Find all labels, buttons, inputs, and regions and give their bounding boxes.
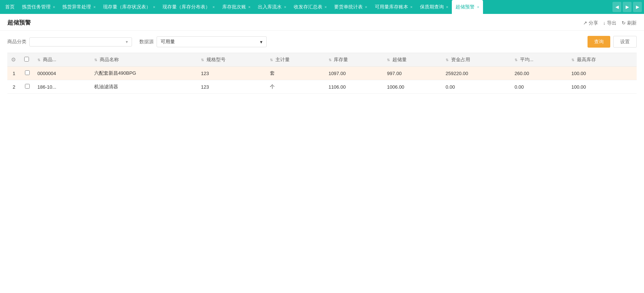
header-overflow[interactable]: ⇅ 超储量 bbox=[383, 53, 442, 67]
close-icon[interactable]: × bbox=[248, 5, 250, 9]
query-button[interactable]: 查询 bbox=[588, 36, 610, 48]
close-icon[interactable]: × bbox=[477, 5, 479, 9]
nav-stock-dist[interactable]: 现存量（库存分布表） × bbox=[159, 0, 218, 14]
header-product-code[interactable]: ⇅ 商品... bbox=[34, 53, 91, 67]
close-icon[interactable]: × bbox=[212, 5, 215, 9]
select-all-checkbox[interactable] bbox=[24, 57, 29, 62]
category-label: 商品分类 bbox=[7, 38, 26, 45]
nav-task-mgmt[interactable]: 拣货任务管理 × bbox=[18, 0, 59, 14]
header-max-stock[interactable]: ⇅ 最高库存 bbox=[568, 53, 637, 67]
cell-unit: 个 bbox=[266, 80, 325, 94]
cell-spec: 123 bbox=[197, 80, 266, 94]
cell-avg: 0.00 bbox=[511, 80, 568, 94]
cell-stock: 1097.00 bbox=[325, 67, 384, 80]
chevron-down-icon: ▾ bbox=[126, 40, 128, 44]
category-filter: 商品分类 ▾ bbox=[7, 37, 132, 47]
export-button[interactable]: ↓ 导出 bbox=[603, 20, 617, 26]
sort-icon: ⇅ bbox=[37, 58, 40, 62]
close-icon[interactable]: × bbox=[153, 5, 155, 9]
table-row: 1 0000004 六配套新昌490BPG 123 套 1097.00 997.… bbox=[7, 67, 637, 80]
nav-demand-stats[interactable]: 要货单统计表 × bbox=[330, 0, 371, 14]
table-header-row: ⚙ ⇅ 商品... ⇅ 商品名称 ⇅ 规格型号 bbox=[7, 53, 637, 67]
datasource-select-value: 可用量 bbox=[161, 38, 260, 45]
refresh-button[interactable]: ↻ 刷新 bbox=[622, 20, 637, 26]
row-num: 1 bbox=[7, 67, 21, 80]
nav-stock-status[interactable]: 现存量（库存状况表） × bbox=[99, 0, 159, 14]
nav-abnormal[interactable]: 拣货异常处理 × bbox=[59, 0, 99, 14]
close-icon[interactable]: × bbox=[93, 5, 95, 9]
cell-avg: 260.00 bbox=[511, 67, 568, 80]
nav-expand-arrow[interactable]: ▶ bbox=[633, 2, 642, 12]
close-icon[interactable]: × bbox=[53, 5, 55, 9]
category-select[interactable]: ▾ bbox=[29, 37, 132, 47]
header-spec[interactable]: ⇅ 规格型号 bbox=[197, 53, 266, 67]
page-header: 超储预警 ↗ 分享 ↓ 导出 ↻ 刷新 bbox=[0, 14, 644, 31]
cell-unit: 套 bbox=[266, 67, 325, 80]
nav-available-stock[interactable]: 可用量库存账本 × bbox=[371, 0, 416, 14]
cell-overflow: 1006.00 bbox=[383, 80, 442, 94]
datasource-select[interactable]: 可用量 ▾ bbox=[157, 36, 267, 47]
close-icon[interactable]: × bbox=[325, 5, 327, 9]
refresh-icon: ↻ bbox=[622, 20, 626, 26]
row-num: 2 bbox=[7, 80, 21, 94]
page-content: 超储预警 ↗ 分享 ↓ 导出 ↻ 刷新 商品分类 ▾ 数据源 bbox=[0, 14, 644, 293]
export-icon: ↓ bbox=[603, 20, 606, 26]
close-icon[interactable]: × bbox=[284, 5, 286, 9]
gear-icon[interactable]: ⚙ bbox=[11, 56, 16, 63]
cell-product-name: 六配套新昌490BPG bbox=[91, 67, 197, 80]
close-icon[interactable]: × bbox=[410, 5, 413, 9]
sort-icon: ⇅ bbox=[387, 58, 390, 62]
nav-batch[interactable]: 库存批次账 × bbox=[219, 0, 254, 14]
cell-overflow: 997.00 bbox=[383, 67, 442, 80]
share-icon: ↗ bbox=[583, 20, 587, 26]
cell-capital: 0.00 bbox=[442, 80, 511, 94]
cell-product-code: 0000004 bbox=[34, 67, 91, 80]
sort-icon: ⇅ bbox=[515, 58, 517, 62]
table-container: ⚙ ⇅ 商品... ⇅ 商品名称 ⇅ 规格型号 bbox=[0, 53, 644, 94]
cell-max-stock: 100.00 bbox=[568, 67, 637, 80]
datasource-label: 数据源 bbox=[139, 38, 154, 45]
close-icon[interactable]: × bbox=[446, 5, 448, 9]
sort-icon: ⇅ bbox=[201, 58, 204, 62]
cell-product-name: 机油滤清器 bbox=[91, 80, 197, 94]
settings-button[interactable]: 设置 bbox=[613, 36, 637, 48]
table-body: 1 0000004 六配套新昌490BPG 123 套 1097.00 997.… bbox=[7, 67, 637, 94]
header-checkbox[interactable] bbox=[21, 53, 34, 67]
header-avg[interactable]: ⇅ 平均... bbox=[511, 53, 568, 67]
row-checkbox[interactable] bbox=[25, 70, 30, 75]
sort-icon: ⇅ bbox=[446, 58, 449, 62]
share-button[interactable]: ↗ 分享 bbox=[583, 20, 598, 26]
datasource-filter: 数据源 可用量 ▾ bbox=[139, 36, 267, 47]
sort-icon: ⇅ bbox=[329, 58, 332, 62]
nav-inout-flow[interactable]: 出入库流水 × bbox=[254, 0, 290, 14]
nav-home[interactable]: 首页 bbox=[1, 0, 18, 14]
top-navigation: 首页 拣货任务管理 × 拣货异常处理 × 现存量（库存状况表） × 现存量（库存… bbox=[0, 0, 644, 14]
cell-spec: 123 bbox=[197, 67, 266, 80]
cell-stock: 1106.00 bbox=[325, 80, 384, 94]
header-product-name[interactable]: ⇅ 商品名称 bbox=[91, 53, 197, 67]
nav-summary[interactable]: 收发存汇总表 × bbox=[290, 0, 330, 14]
chevron-down-icon: ▾ bbox=[260, 39, 263, 45]
nav-expiry[interactable]: 保质期查询 × bbox=[416, 0, 452, 14]
row-checkbox-cell[interactable] bbox=[21, 67, 34, 80]
nav-prev-arrow[interactable]: ◀ bbox=[612, 2, 621, 12]
nav-next-arrow[interactable]: ▶ bbox=[623, 2, 632, 12]
sort-icon: ⇅ bbox=[270, 58, 273, 62]
close-icon[interactable]: × bbox=[365, 5, 367, 9]
filter-actions: 查询 设置 bbox=[588, 36, 637, 48]
sort-icon: ⇅ bbox=[571, 58, 574, 62]
cell-product-code: 186-10... bbox=[34, 80, 91, 94]
sort-icon: ⇅ bbox=[94, 58, 97, 62]
row-checkbox-cell[interactable] bbox=[21, 80, 34, 94]
header-capital[interactable]: ⇅ 资金占用 bbox=[442, 53, 511, 67]
nav-arrows: ◀ ▶ ▶ bbox=[612, 2, 643, 12]
data-table: ⚙ ⇅ 商品... ⇅ 商品名称 ⇅ 规格型号 bbox=[7, 53, 637, 94]
row-checkbox[interactable] bbox=[25, 84, 30, 89]
nav-overstock-alert[interactable]: 超储预警 × bbox=[452, 0, 483, 14]
filter-bar: 商品分类 ▾ 数据源 可用量 ▾ 查询 设置 bbox=[0, 31, 644, 53]
header-gear[interactable]: ⚙ bbox=[7, 53, 21, 67]
page-title: 超储预警 bbox=[7, 19, 31, 27]
header-stock[interactable]: ⇅ 库存量 bbox=[325, 53, 384, 67]
header-unit[interactable]: ⇅ 主计量 bbox=[266, 53, 325, 67]
cell-max-stock: 100.00 bbox=[568, 80, 637, 94]
